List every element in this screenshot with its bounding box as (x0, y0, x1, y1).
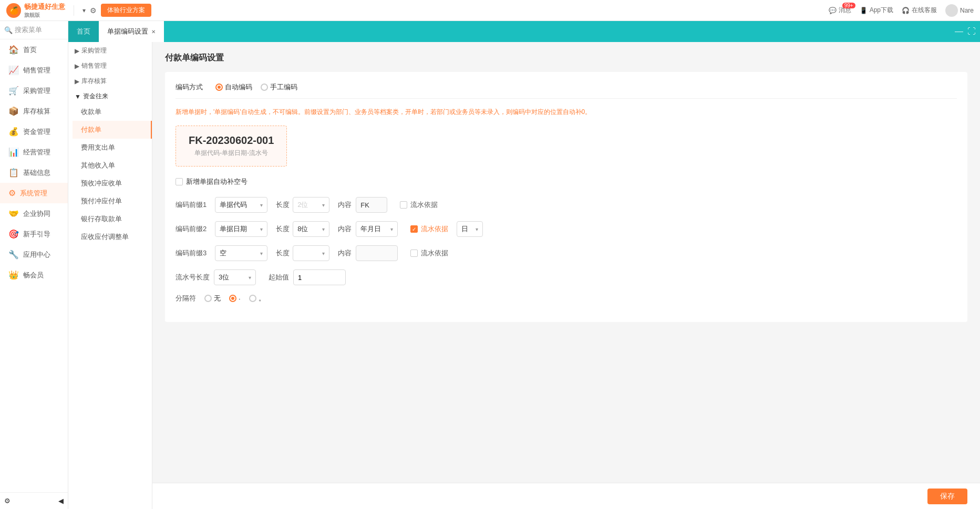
sub-menu-sales[interactable]: ▶ 销售管理 (68, 57, 152, 72)
prefix3-row: 编码前缀3 空 ▾ 长度 ▾ (176, 245, 957, 261)
brand-name: 畅捷通好生意 (24, 2, 65, 12)
sidebar-item-inventory[interactable]: 📦 库存核算 (0, 101, 68, 121)
sub-item-bank[interactable]: 银行存取款单 (73, 210, 152, 228)
prefix1-label: 编码前缀1 (176, 200, 207, 210)
sub-item-payment[interactable]: 付款单 (73, 121, 152, 139)
sidebar-item-purchase[interactable]: 🛒 采购管理 (0, 80, 68, 101)
app-icon: 📱 (860, 7, 868, 14)
prefix2-len-arrow: ▾ (322, 226, 325, 232)
radio-manual[interactable]: 手工编码 (261, 82, 297, 92)
radio-auto-circle (215, 84, 223, 91)
prefix3-len-arrow: ▾ (322, 251, 325, 256)
prefix2-serial-check[interactable]: ✓ 流水依据 (410, 224, 448, 234)
sidebar-item-home[interactable]: 🏠 首页 (0, 39, 68, 60)
main-area: 首页 单据编码设置 ✕ — ⛶ ▶ 采购管理 ▶ 销售管理 (68, 21, 980, 509)
sidebar-search[interactable]: 🔍 搜索菜单 (0, 21, 68, 39)
prefix1-select[interactable]: 单据代码 ▾ (215, 197, 267, 213)
sub-menu-funds[interactable]: ▼ 资金往来 (68, 88, 152, 103)
brand-icon: 🍊 (6, 3, 21, 18)
prefix2-label: 编码前缀2 (176, 224, 207, 234)
sidebar-bottom: ⚙ ◀ (0, 492, 68, 509)
prefix3-select[interactable]: 空 ▾ (215, 245, 267, 261)
prefix1-length-select[interactable]: 2位 ▾ (293, 197, 329, 213)
divider-period[interactable]: 。 (249, 294, 265, 303)
service-icon: 🎧 (902, 7, 910, 14)
divider-dot[interactable]: · (229, 295, 241, 303)
prefix2-serial-value-select[interactable]: 日 ▾ (457, 221, 483, 237)
sub-item-receipt[interactable]: 收款单 (73, 103, 152, 121)
trial-button[interactable]: 体验行业方案 (101, 4, 151, 17)
sub-sales-arrow: ▶ (75, 63, 79, 70)
tab-bar: 首页 单据编码设置 ✕ — ⛶ (68, 21, 980, 42)
tab-minimize-icon[interactable]: — (955, 27, 963, 36)
content-area: ▶ 采购管理 ▶ 销售管理 ▶ 库存核算 ▼ 资金往来 收款单 (68, 42, 980, 509)
sidebar-item-apps[interactable]: 🔧 应用中心 (0, 244, 68, 265)
top-bar: 🍊 畅捷通好生意 旗舰版 ▾ ⚙ 体验行业方案 💬 消息 99+ 📱 App下载… (0, 0, 980, 21)
sub-item-expense[interactable]: 费用支出单 (73, 139, 152, 157)
sidebar-item-sales[interactable]: 📈 销售管理 (0, 60, 68, 80)
page-footer: 保存 (152, 483, 980, 509)
prefix3-serial-check[interactable]: 流水依据 (410, 248, 448, 258)
message-icon: 💬 (829, 7, 837, 14)
sidebar-item-basic-info[interactable]: 📋 基础信息 (0, 162, 68, 183)
sub-menu-purchase[interactable]: ▶ 采购管理 (68, 42, 152, 57)
save-button[interactable]: 保存 (927, 489, 967, 504)
sidebar-item-operations[interactable]: 📊 经营管理 (0, 142, 68, 162)
sales-icon: 📈 (8, 65, 19, 75)
radio-auto[interactable]: 自动编码 (215, 82, 252, 92)
sub-funds-arrow: ▼ (75, 93, 81, 100)
nav-dropdown[interactable]: ▾ (82, 7, 86, 14)
prefix1-length-field: 长度 2位 ▾ (276, 197, 329, 213)
sub-item-pre-pay[interactable]: 预付冲应付单 (73, 192, 152, 210)
prefix2-select[interactable]: 单据日期 ▾ (215, 221, 267, 237)
basic-info-icon: 📋 (8, 168, 19, 178)
sub-menu-funds-children: 收款单 付款单 费用支出单 其他收入单 预收冲应收单 预付冲 (68, 103, 152, 246)
prefix2-arrow: ▾ (260, 226, 263, 232)
sub-item-adjust[interactable]: 应收应付调整单 (73, 228, 152, 246)
sub-purchase-arrow: ▶ (75, 47, 79, 55)
sidebar-item-guide[interactable]: 🎯 新手引导 (0, 224, 68, 244)
auto-fill-checkbox[interactable]: 新增单据自动补空号 (176, 177, 247, 186)
apps-icon: 🔧 (8, 250, 19, 259)
prefix2-length-select[interactable]: 8位 ▾ (293, 221, 329, 237)
collapse-icon[interactable]: ◀ (58, 497, 64, 505)
sub-item-other-income[interactable]: 其他收入单 (73, 157, 152, 174)
tab-close-icon[interactable]: ✕ (151, 29, 156, 35)
sub-menu-inventory[interactable]: ▶ 库存核算 (68, 72, 152, 88)
sidebar-item-finance[interactable]: 💰 资金管理 (0, 121, 68, 142)
prefix2-content-select[interactable]: 年月日 ▾ (356, 221, 398, 237)
sidebar-item-system[interactable]: ⚙ 系统管理 (0, 183, 68, 203)
page-title: 付款单编码设置 (165, 53, 967, 64)
prefix1-len-arrow: ▾ (322, 202, 325, 208)
sub-inventory-arrow: ▶ (75, 78, 79, 85)
purchase-icon: 🛒 (8, 86, 19, 96)
tab-home[interactable]: 首页 (68, 21, 99, 42)
settings-icon[interactable]: ⚙ (90, 6, 97, 15)
settings-bottom-icon[interactable]: ⚙ (4, 497, 11, 505)
auto-fill-row: 新增单据自动补空号 (176, 177, 957, 186)
message-button[interactable]: 💬 消息 99+ (829, 6, 851, 15)
divider-none[interactable]: 无 (204, 294, 221, 303)
sub-sidebar: ▶ 采购管理 ▶ 销售管理 ▶ 库存核算 ▼ 资金往来 收款单 (68, 42, 152, 509)
prefix1-serial-check[interactable]: 流水依据 (400, 200, 438, 210)
prefix3-serial-checkbox-box (410, 250, 418, 257)
sidebar-item-member[interactable]: 👑 畅会员 (0, 265, 68, 285)
app-download-button[interactable]: 📱 App下载 (860, 6, 893, 15)
online-service-button[interactable]: 🎧 在线客服 (902, 6, 937, 15)
radio-manual-circle (261, 84, 268, 91)
tab-maximize-icon[interactable]: ⛶ (967, 27, 976, 36)
info-text: 新增单据时，'单据编码'自动生成，不可编辑。前缀设置为部门、业务员等档案类，开单… (176, 107, 957, 117)
user-avatar[interactable]: Nare (945, 4, 974, 17)
prefix3-length-select[interactable]: ▾ (293, 245, 329, 261)
serial-start-input[interactable] (293, 269, 346, 285)
tab-voucher-code[interactable]: 单据编码设置 ✕ (99, 21, 164, 42)
serial-length-select[interactable]: 3位 ▾ (214, 269, 256, 285)
prefix1-row: 编码前缀1 单据代码 ▾ 长度 2位 ▾ (176, 197, 957, 213)
prefix1-content-val: FK (356, 197, 387, 213)
sidebar-item-enterprise[interactable]: 🤝 企业协同 (0, 203, 68, 224)
prefix2-row: 编码前缀2 单据日期 ▾ 长度 8位 ▾ (176, 221, 957, 237)
divider-dot-radio (229, 295, 236, 302)
sub-item-pre-receive[interactable]: 预收冲应收单 (73, 174, 152, 192)
prefix2-length-field: 长度 8位 ▾ (276, 221, 329, 237)
radio-auto-dot (218, 86, 221, 89)
